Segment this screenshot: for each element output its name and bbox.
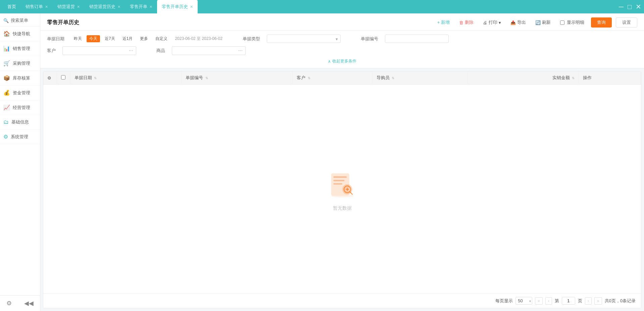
- tab-home[interactable]: 首页: [3, 0, 21, 13]
- filter-row-1: 单据日期 昨天 今天 近7天 近1月 更多 自定义 2023-06-02 至 2…: [47, 35, 637, 43]
- tab-bar: 首页 销售订单 ✕ 销货退货 ✕ 销货退货历史 ✕ 零售开单 ✕ 零售开单历史 …: [0, 0, 644, 13]
- svg-rect-4: [333, 183, 342, 185]
- date-btn-custom[interactable]: 自定义: [153, 35, 170, 42]
- date-btn-1month[interactable]: 近1月: [120, 35, 136, 42]
- tab-close-retail-order-history[interactable]: ✕: [190, 5, 193, 9]
- settings-button[interactable]: 设置: [616, 17, 637, 28]
- home-icon: 🏠: [3, 31, 10, 37]
- goods-input-wrap[interactable]: ···: [172, 46, 246, 55]
- total-label: 共0页，0条记录: [605, 298, 636, 304]
- page-title: 零售开单历史: [47, 19, 79, 26]
- th-date[interactable]: 单据日期 ⇅: [70, 71, 181, 85]
- settings-footer-icon[interactable]: ⚙: [6, 300, 12, 307]
- tab-sales-return[interactable]: 销货退货 ✕: [53, 0, 85, 13]
- print-icon: 🖨: [483, 20, 487, 25]
- type-select[interactable]: [267, 35, 341, 43]
- customer-input-wrap[interactable]: ···: [62, 46, 136, 55]
- info-icon: 🗂: [3, 119, 9, 125]
- search-icon: 🔍: [3, 18, 9, 23]
- empty-icon: [326, 166, 359, 200]
- delete-button[interactable]: 🗑 删除: [456, 18, 476, 27]
- display-detail-button[interactable]: 显示明细: [557, 18, 587, 27]
- tab-retail-order-history[interactable]: 零售开单历史 ✕: [157, 0, 198, 13]
- date-btn-today[interactable]: 今天: [87, 35, 100, 42]
- display-detail-checkbox[interactable]: [560, 20, 564, 25]
- next-page-button[interactable]: ›: [585, 297, 592, 305]
- customer-input[interactable]: [65, 48, 129, 53]
- sort-amount-icon: ⇅: [572, 76, 575, 80]
- collapse-arrow-icon: ∧: [328, 59, 331, 64]
- sidebar-item-sales[interactable]: 📊 销售管理: [0, 41, 40, 56]
- export-button[interactable]: 📤 导出: [508, 18, 529, 27]
- page-size-select[interactable]: 10 20 50 100: [515, 297, 532, 305]
- tab-sales-order[interactable]: 销售订单 ✕: [21, 0, 53, 13]
- th-checkbox[interactable]: [57, 71, 70, 85]
- tab-close-sales-return-history[interactable]: ✕: [117, 5, 120, 9]
- tab-close-sales-return[interactable]: ✕: [77, 5, 80, 9]
- th-guide[interactable]: 导购员 ⇅: [372, 71, 467, 85]
- date-btn-yesterday[interactable]: 昨天: [71, 35, 85, 42]
- sidebar-item-purchase[interactable]: 🛒 采购管理: [0, 56, 40, 71]
- goods-dots[interactable]: ···: [238, 48, 243, 54]
- tab-close-retail-order[interactable]: ✕: [149, 5, 152, 9]
- tab-bar-controls: ─ □ ✕: [619, 3, 641, 11]
- window-close-icon[interactable]: ✕: [636, 3, 641, 11]
- prev-page-button[interactable]: ‹: [545, 297, 552, 305]
- print-button[interactable]: 🖨 打印 ▾: [480, 18, 504, 27]
- tab-sales-return-history[interactable]: 销货退货历史 ✕: [85, 0, 125, 13]
- th-settings[interactable]: ⚙: [43, 71, 57, 85]
- operations-icon: 📈: [3, 104, 10, 111]
- tab-close-sales-order[interactable]: ✕: [45, 5, 48, 9]
- collapse-button[interactable]: ∧ 收起更多条件: [47, 58, 637, 64]
- type-select-wrap: [267, 35, 341, 43]
- toolbar: + 新增 🗑 删除 🖨 打印 ▾ 📤 导出 🔄 刷新: [435, 17, 637, 28]
- current-page-input[interactable]: [562, 297, 575, 305]
- table-scroll: ⚙ 单据日期 ⇅ 单据编号 ⇅: [43, 71, 641, 293]
- sort-date-icon: ⇅: [94, 76, 97, 80]
- main-layout: 🔍 搜索菜单 🏠 快捷导航 📊 销售管理 🛒 采购管理 📦 库存核算 💰 资金管…: [0, 13, 644, 311]
- page-header: 零售开单历史 + 新增 🗑 删除 🖨 打印 ▾ 📤 导出 🔄: [40, 13, 644, 31]
- date-btn-more[interactable]: 更多: [137, 35, 151, 42]
- th-action: 操作: [579, 71, 641, 85]
- sidebar-search[interactable]: 🔍 搜索菜单: [0, 13, 40, 27]
- sidebar-item-quick-nav[interactable]: 🏠 快捷导航: [0, 27, 40, 41]
- svg-rect-3: [333, 180, 344, 181]
- sidebar-item-system[interactable]: ⚙ 系统管理: [0, 129, 40, 144]
- date-label: 单据日期: [47, 36, 64, 42]
- refresh-button[interactable]: 🔄 刷新: [533, 18, 553, 27]
- tab-retail-order[interactable]: 零售开单 ✕: [125, 0, 157, 13]
- sort-guide-icon: ⇅: [392, 76, 394, 80]
- page-label: 页: [578, 298, 582, 304]
- sidebar-item-operations[interactable]: 📈 经营管理: [0, 100, 40, 115]
- th-amount[interactable]: 实销金额 ⇅: [468, 71, 579, 85]
- date-range-text: 2023-06-02 至 2023-06-02: [175, 36, 222, 42]
- select-all-checkbox[interactable]: [61, 75, 65, 80]
- goods-input[interactable]: [175, 48, 238, 53]
- svg-rect-2: [333, 176, 347, 178]
- window-maximize-icon[interactable]: □: [628, 3, 632, 11]
- sidebar-item-basic-info[interactable]: 🗂 基础信息: [0, 115, 40, 129]
- purchase-icon: 🛒: [3, 60, 10, 66]
- refresh-icon: 🔄: [535, 20, 541, 25]
- empty-text: 暂无数据: [333, 205, 352, 211]
- sidebar-item-inventory[interactable]: 📦 库存核算: [0, 71, 40, 86]
- window-minimize-icon[interactable]: ─: [619, 3, 624, 11]
- th-id[interactable]: 单据编号 ⇅: [181, 71, 292, 85]
- delete-icon: 🗑: [459, 20, 463, 25]
- page-size-label: 每页显示: [495, 298, 513, 304]
- customer-dots[interactable]: ···: [129, 48, 133, 54]
- id-input[interactable]: [385, 35, 449, 43]
- column-settings-icon[interactable]: ⚙: [47, 75, 51, 81]
- th-customer[interactable]: 客户 ⇅: [293, 71, 372, 85]
- sales-icon: 📊: [3, 45, 10, 52]
- first-page-button[interactable]: «: [535, 297, 543, 305]
- last-page-button[interactable]: »: [594, 297, 602, 305]
- sidebar-item-finance[interactable]: 💰 资金管理: [0, 86, 40, 100]
- filter-row-2: 客户 ··· 商品 ···: [47, 46, 637, 55]
- date-btn-7days[interactable]: 近7天: [102, 35, 118, 42]
- query-button[interactable]: 查询: [591, 17, 612, 28]
- sidebar-footer: ⚙ ◀◀: [0, 295, 40, 311]
- add-button[interactable]: + 新增: [435, 18, 452, 27]
- collapse-sidebar-icon[interactable]: ◀◀: [24, 300, 34, 307]
- pagination: 每页显示 10 20 50 100 « ‹ 第 页 › » 共0页，0条记录: [43, 293, 641, 308]
